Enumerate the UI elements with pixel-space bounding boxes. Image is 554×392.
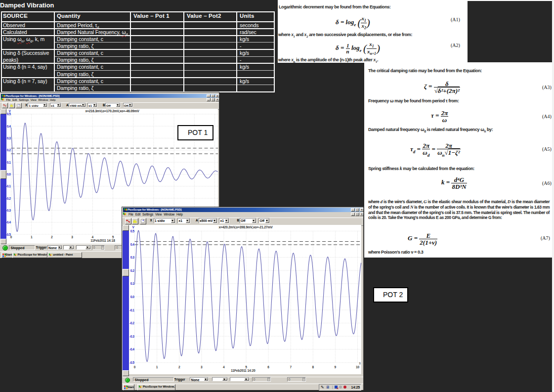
svg-text:4: 4 xyxy=(223,365,225,369)
svg-text:6: 6 xyxy=(267,365,269,369)
svg-text:0.3: 0.3 xyxy=(7,136,11,140)
svg-text:2: 2 xyxy=(51,235,53,239)
svg-text:1: 1 xyxy=(31,235,33,239)
svg-text:V: V xyxy=(132,225,135,229)
svg-text:0.5: 0.5 xyxy=(7,112,11,116)
svg-text:0.0: 0.0 xyxy=(7,173,11,176)
svg-text:4: 4 xyxy=(91,235,93,239)
svg-text:0.4: 0.4 xyxy=(7,125,11,128)
svg-text:0.4: 0.4 xyxy=(130,243,135,246)
svg-text:-0.3: -0.3 xyxy=(129,335,134,338)
svg-text:0: 0 xyxy=(10,235,12,239)
svg-text:-0.5: -0.5 xyxy=(129,361,134,364)
svg-text:V: V xyxy=(9,109,11,113)
svg-text:1: 1 xyxy=(156,365,158,369)
svg-text:-0.2: -0.2 xyxy=(129,321,134,325)
svg-text:0.3: 0.3 xyxy=(130,256,135,259)
svg-text:0.2: 0.2 xyxy=(7,148,11,152)
svg-text:-0.4: -0.4 xyxy=(6,220,11,224)
svg-text:-0.2: -0.2 xyxy=(6,197,11,200)
svg-text:11Feb2011 14:20: 11Feb2011 14:20 xyxy=(231,369,256,372)
svg-text:5: 5 xyxy=(112,235,114,239)
svg-text:x=420.2mV,o=398.9mV,xo=-21.27m: x=420.2mV,o=398.9mV,xo=-21.27mV xyxy=(218,225,273,229)
svg-text:0: 0 xyxy=(134,365,136,369)
svg-text:-0.1: -0.1 xyxy=(129,308,134,312)
svg-text:0.1: 0.1 xyxy=(7,161,11,164)
svg-text:10: 10 xyxy=(356,365,360,369)
svg-text:2: 2 xyxy=(178,365,180,369)
svg-text:-0.1: -0.1 xyxy=(6,184,11,188)
svg-text:0.1: 0.1 xyxy=(130,282,135,285)
svg-text:3: 3 xyxy=(201,365,203,369)
svg-text:8: 8 xyxy=(312,365,314,369)
svg-text:0.2: 0.2 xyxy=(130,269,135,272)
svg-text:7: 7 xyxy=(290,365,292,369)
svg-text:-0.4: -0.4 xyxy=(129,348,134,351)
svg-text:0.5: 0.5 xyxy=(130,229,135,233)
svg-text:-0.3: -0.3 xyxy=(6,209,11,212)
svg-text:11Feb2011 14:18: 11Feb2011 14:18 xyxy=(90,239,115,242)
svg-text:5: 5 xyxy=(245,365,247,369)
svg-text:s: s xyxy=(359,361,361,365)
svg-text:0.0: 0.0 xyxy=(130,295,135,299)
svg-text:3: 3 xyxy=(71,235,73,239)
svg-text:9: 9 xyxy=(335,365,337,369)
svg-text:x=216.3mV,o=170.2mV,xo=-46.09m: x=216.3mV,o=170.2mV,xo=-46.09mV xyxy=(85,109,139,113)
